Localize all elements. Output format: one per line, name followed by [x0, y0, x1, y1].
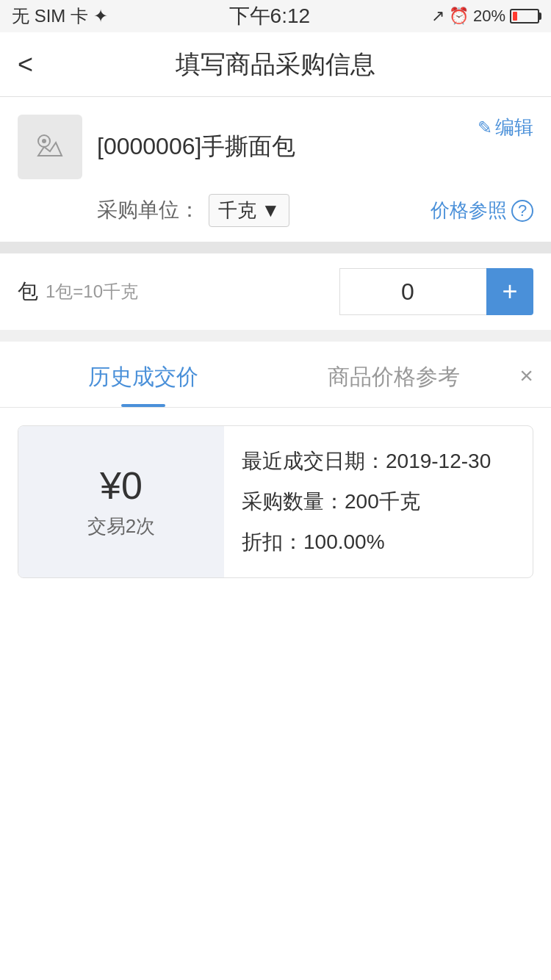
status-bar: 无 SIM 卡 ✦ 下午6:12 ↗ ⏰ 20% [0, 0, 551, 32]
location-icon: ↗ [431, 7, 444, 26]
quantity-plus-button[interactable]: + [486, 268, 533, 315]
product-name: [0000006]手撕面包 [97, 131, 295, 163]
unit-selector-row: 采购单位： 千克 ▼ [18, 194, 289, 227]
product-info: [0000006]手撕面包 [18, 115, 295, 179]
edit-icon: ✎ [478, 118, 492, 138]
quantity-row: 包 1包=10千克 + [0, 253, 551, 330]
unit-dropdown[interactable]: 千克 ▼ [209, 194, 289, 227]
battery-percent: 20% [473, 7, 505, 26]
price-detail-panel: 最近成交日期：2019-12-30 采购数量：200千克 折扣：100.00% [224, 426, 533, 577]
no-sim-text: 无 SIM 卡 ✦ [12, 4, 108, 28]
tab-price-reference[interactable]: 商品价格参考 [269, 342, 520, 407]
alarm-icon: ⏰ [449, 7, 469, 26]
svg-point-1 [42, 139, 46, 143]
product-card: [0000006]手撕面包 ✎ 编辑 采购单位： 千克 ▼ 价格参照 ? [0, 97, 551, 242]
page-content-area [0, 596, 551, 980]
status-icons: ↗ ⏰ 20% [431, 7, 539, 26]
unit-badge: 包 [18, 278, 38, 306]
product-thumbnail [18, 115, 82, 179]
chevron-down-icon: ▼ [261, 199, 280, 222]
price-amount: ¥0 [100, 464, 143, 508]
unit-ratio: 1包=10千克 [46, 280, 138, 303]
transactions-count: 交易2次 [87, 514, 155, 539]
discount-row: 折扣：100.00% [242, 527, 515, 556]
quantity-unit-info: 包 1包=10千克 [18, 278, 138, 306]
price-card: ¥0 交易2次 最近成交日期：2019-12-30 采购数量：200千克 折扣：… [18, 425, 533, 578]
purchase-qty-row: 采购数量：200千克 [242, 487, 515, 516]
tab-history-price[interactable]: 历史成交价 [18, 342, 269, 407]
nav-bar: < 填写商品采购信息 [0, 32, 551, 97]
price-content: ¥0 交易2次 最近成交日期：2019-12-30 采购数量：200千克 折扣：… [0, 408, 551, 596]
quantity-control: + [339, 268, 533, 315]
back-button[interactable]: < [18, 49, 33, 80]
edit-button[interactable]: ✎ 编辑 [478, 115, 533, 140]
product-header: [0000006]手撕面包 ✎ 编辑 [18, 115, 533, 179]
status-network: 无 SIM 卡 ✦ [12, 4, 108, 28]
help-icon: ? [511, 200, 533, 222]
tabs-section: 历史成交价 商品价格参考 × ¥0 交易2次 最近成交日期：2019-12-30… [0, 342, 551, 596]
price-reference-link[interactable]: 价格参照 ? [431, 198, 533, 223]
price-summary-panel: ¥0 交易2次 [18, 426, 224, 577]
section-divider [0, 242, 551, 253]
product-unit-row: 采购单位： 千克 ▼ 价格参照 ? [18, 194, 533, 227]
unit-label: 采购单位： [97, 198, 200, 221]
tab-close-button[interactable]: × [519, 345, 533, 404]
recent-date-row: 最近成交日期：2019-12-30 [242, 447, 515, 475]
tabs-header: 历史成交价 商品价格参考 × [0, 342, 551, 408]
status-time: 下午6:12 [229, 2, 311, 30]
page-title: 填写商品采购信息 [176, 48, 375, 82]
quantity-input[interactable] [339, 268, 486, 315]
battery-icon [510, 9, 539, 24]
